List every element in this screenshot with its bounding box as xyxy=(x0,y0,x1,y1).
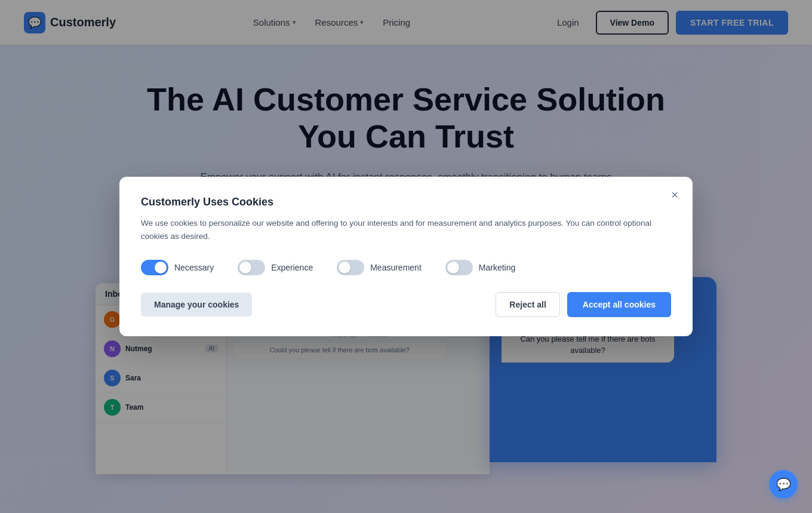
toggle-experience: Experience xyxy=(238,260,313,275)
necessary-label: Necessary xyxy=(174,263,214,272)
cookie-actions: Manage your cookies Reject all Accept al… xyxy=(141,292,671,317)
toggle-knob xyxy=(447,262,459,274)
measurement-toggle[interactable] xyxy=(337,260,364,275)
toggle-necessary: Necessary xyxy=(141,260,214,275)
toggle-knob xyxy=(155,262,167,274)
cookie-right-actions: Reject all Accept all cookies xyxy=(496,292,671,317)
modal-overlay[interactable]: × Customerly Uses Cookies We use cookies… xyxy=(0,0,812,513)
reject-all-button[interactable]: Reject all xyxy=(496,292,559,317)
chat-widget-icon: 💬 xyxy=(776,477,791,492)
cookie-modal: × Customerly Uses Cookies We use cookies… xyxy=(119,177,693,336)
measurement-label: Measurement xyxy=(370,263,422,272)
cookie-title: Customerly Uses Cookies xyxy=(141,196,671,208)
experience-toggle[interactable] xyxy=(238,260,265,275)
marketing-toggle[interactable] xyxy=(445,260,473,275)
chat-widget[interactable]: 💬 xyxy=(769,470,798,499)
toggle-knob xyxy=(339,262,350,274)
cookie-description: We use cookies to personalize our websit… xyxy=(141,217,671,242)
accept-all-button[interactable]: Accept all cookies xyxy=(567,292,671,317)
cookie-close-button[interactable]: × xyxy=(666,186,683,203)
manage-cookies-button[interactable]: Manage your cookies xyxy=(141,293,252,317)
experience-label: Experience xyxy=(271,263,313,272)
cookie-toggles: Necessary Experience Measurement Marketi… xyxy=(141,260,671,275)
necessary-toggle[interactable] xyxy=(141,260,168,275)
marketing-label: Marketing xyxy=(479,263,515,272)
toggle-marketing: Marketing xyxy=(445,260,515,275)
toggle-measurement: Measurement xyxy=(337,260,422,275)
toggle-knob xyxy=(239,262,251,274)
